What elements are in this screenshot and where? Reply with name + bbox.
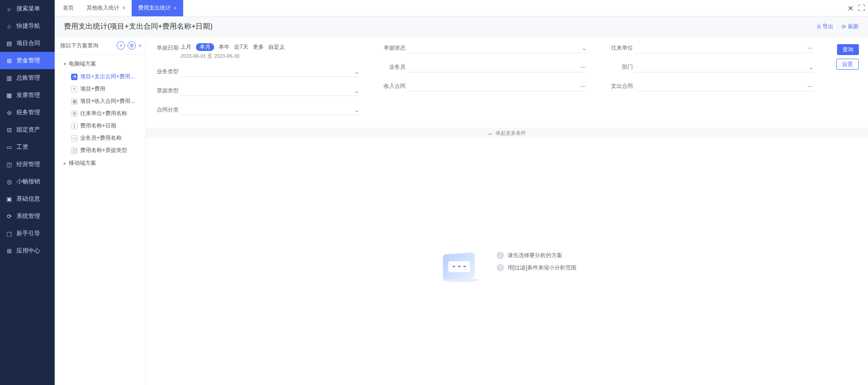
contract-cat-select[interactable]: ⌄	[180, 105, 359, 115]
date-opt[interactable]: 更多	[253, 43, 264, 51]
filter-label: 往来单位	[609, 43, 635, 52]
settings-button[interactable]: 设置	[836, 59, 859, 70]
scheme-panel: 按以下方案查询 + ⚙ « ▾电脑端方案◔项目+支出合同+费用...≡项目+费用…	[55, 37, 146, 385]
tree-item-0-0[interactable]: ◔项目+支出合同+费用...	[55, 71, 145, 83]
tree-item-label: 往来单位+费用名称	[80, 110, 127, 117]
system-mgmt-icon: ⟳	[5, 213, 13, 220]
sidebar: ⌕搜索菜单⌂快捷导航▤项目合同⊞资金管理▥总账管理▦发票管理⊖税务管理⊟固定资产…	[0, 0, 55, 385]
tree-group-1[interactable]: ▸移动端方案	[55, 157, 145, 170]
sidebar-item-newbie-guide[interactable]: ▢新手引导	[0, 225, 55, 242]
sidebar-item-label: 系统管理	[16, 212, 40, 220]
sidebar-item-label: 经营管理	[16, 160, 40, 168]
tree-item-label: 费用名称+日期	[80, 122, 116, 130]
date-opt[interactable]: 本月	[196, 43, 214, 51]
salesman-select[interactable]: ⋯	[407, 62, 586, 72]
sidebar-item-fund-mgmt[interactable]: ⊞资金管理	[0, 52, 55, 69]
export-label: 导出	[822, 23, 833, 30]
fund-mgmt-icon: ⊞	[5, 57, 13, 64]
sidebar-item-invoice-mgmt[interactable]: ▦发票管理	[0, 86, 55, 104]
caret-icon: ▾	[64, 61, 66, 66]
biz-type-select[interactable]: ⌄	[180, 67, 359, 77]
expense-contract-select[interactable]: ⋯	[635, 81, 813, 91]
basic-info-icon: ▣	[5, 195, 13, 203]
sidebar-item-label: 发票管理	[16, 91, 40, 99]
collapse-filters-button[interactable]: ︽ 收起更多条件	[146, 128, 868, 138]
partner-select[interactable]: ⋯	[635, 43, 813, 53]
dept-select[interactable]: ⌄	[635, 62, 813, 72]
export-button[interactable]: ⎘ 导出	[817, 23, 833, 30]
tab-0[interactable]: 首页	[56, 0, 80, 16]
chevron-down-icon: ⌄	[354, 88, 359, 94]
tab-1[interactable]: 其他收入统计×	[80, 0, 132, 16]
tree-group-0[interactable]: ▾电脑端方案	[55, 57, 145, 71]
action-col: 查询 设置	[836, 43, 859, 124]
sidebar-item-basic-info[interactable]: ▣基础信息	[0, 190, 55, 208]
ledger-mgmt-icon: ▥	[5, 74, 13, 81]
chevron-down-icon: ⌄	[582, 45, 586, 51]
tab-close-icon[interactable]: ×	[122, 5, 125, 11]
tree-item-0-2[interactable]: ▦项目+收入合同+费用...	[55, 95, 145, 107]
filter-salesman: 业务员 ⋯	[382, 62, 586, 81]
sidebar-item-project-contract[interactable]: ▤项目合同	[0, 35, 55, 52]
tree-item-label: 项目+收入合同+费用...	[80, 97, 135, 105]
refresh-icon: ⟳	[842, 24, 846, 30]
filter-label: 合同分类	[155, 105, 180, 114]
scheme-settings-button[interactable]: ⚙	[128, 41, 136, 50]
invoice-mgmt-icon: ▦	[5, 91, 13, 99]
sidebar-item-biz-mgmt[interactable]: ◫经营管理	[0, 156, 55, 173]
sidebar-item-app-center[interactable]: ⊞应用中心	[0, 242, 55, 259]
scheme-type-icon: ▭	[71, 135, 77, 142]
sidebar-item-label: 应用中心	[16, 247, 40, 255]
scheme-collapse-button[interactable]: «	[139, 42, 142, 49]
filter-partner: 往来单位 ⋯	[609, 43, 813, 62]
filter-label: 票据类型	[155, 86, 180, 95]
sidebar-item-label: 新手引导	[16, 229, 40, 238]
tab-2[interactable]: 费用支出统计×	[132, 0, 183, 16]
date-opt[interactable]: 近7天	[234, 43, 248, 51]
empty-step-2: 2 用[过滤]条件来缩小分析范围	[497, 264, 576, 272]
tab-close-all-icon[interactable]: ✕	[847, 4, 853, 13]
newbie-guide-icon: ▢	[5, 230, 13, 237]
sidebar-item-salary[interactable]: ▭工资	[0, 138, 55, 156]
scheme-type-icon: ≡	[71, 86, 77, 92]
date-opt[interactable]: 上月	[180, 43, 191, 51]
collapse-label: 收起更多条件	[496, 130, 526, 137]
tree-item-0-5[interactable]: ▭业务员+费用名称	[55, 132, 145, 144]
receipt-type-select[interactable]: ⌄	[180, 86, 359, 96]
date-options: 上月本月本年近7天更多自定义	[180, 43, 359, 51]
query-button[interactable]: 查询	[837, 44, 859, 55]
tree-item-0-4[interactable]: ⫿费用名称+日期	[55, 120, 145, 132]
filter-status: 单据状态 ⌄	[382, 43, 586, 62]
tree-item-label: 费用名称+票据类型	[80, 147, 127, 154]
tab-label: 其他收入统计	[87, 4, 119, 12]
tax-mgmt-icon: ⊖	[5, 109, 13, 116]
sidebar-item-search-menu[interactable]: ⌕搜索菜单	[0, 0, 55, 17]
filter-expense-contract: 支出合同 ⋯	[609, 81, 813, 101]
status-select[interactable]: ⌄	[407, 43, 586, 53]
sidebar-item-label: 工资	[16, 143, 28, 151]
filter-dept: 部门 ⌄	[609, 62, 813, 81]
sidebar-item-system-mgmt[interactable]: ⟳系统管理	[0, 208, 55, 225]
sidebar-item-tax-mgmt[interactable]: ⊖税务管理	[0, 104, 55, 121]
tree-item-0-1[interactable]: ≡项目+费用	[55, 83, 145, 95]
filter-label: 收入合同	[382, 81, 407, 90]
sidebar-item-quick-nav[interactable]: ⌂快捷导航	[0, 17, 55, 35]
income-contract-select[interactable]: ⋯	[407, 81, 586, 91]
date-opt[interactable]: 本年	[219, 43, 230, 51]
tree-item-0-3[interactable]: ⊞往来单位+费用名称	[55, 107, 145, 120]
tab-close-icon[interactable]: ×	[174, 5, 177, 11]
chevron-down-icon: ⌄	[809, 64, 813, 71]
app-center-icon: ⊞	[5, 247, 13, 254]
date-opt[interactable]: 自定义	[268, 43, 285, 51]
sidebar-item-xiaochang[interactable]: ◎小畅报销	[0, 173, 55, 190]
more-icon: ⋯	[580, 83, 586, 90]
refresh-button[interactable]: ⟳ 刷新	[842, 23, 859, 30]
scheme-add-button[interactable]: +	[117, 41, 125, 50]
page-header: 费用支出统计(项目+支出合同+费用名称+日期) ⎘ 导出 ⟳ 刷新	[55, 16, 868, 37]
sidebar-item-fixed-asset[interactable]: ⊟固定资产	[0, 121, 55, 138]
sidebar-item-ledger-mgmt[interactable]: ▥总账管理	[0, 69, 55, 86]
tree-item-0-6[interactable]: ◫费用名称+票据类型	[55, 144, 145, 157]
caret-icon: ▸	[64, 161, 66, 166]
step-number: 2	[497, 264, 504, 271]
fullscreen-icon[interactable]: ⛶	[858, 4, 865, 12]
